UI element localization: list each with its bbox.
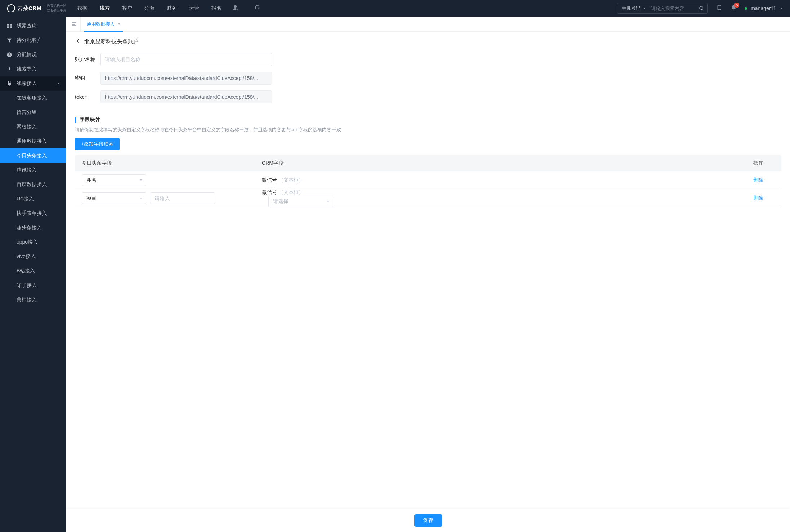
sidebar-sub-快手表单接入[interactable]: 快手表单接入 <box>0 206 66 221</box>
back-button[interactable] <box>75 38 81 45</box>
section-accent <box>75 117 76 123</box>
sidebar-sub-UC接入[interactable]: UC接入 <box>0 192 66 206</box>
mobile-icon[interactable] <box>716 5 723 12</box>
top-header: 云朵CRM 教育机构一站 式服务云平台 数据线索客户公海财务运营报名 手机号码 … <box>0 0 790 17</box>
side-nav: 线索查询待分配客户分配情况线索导入线索接入在线客服接入留言分组网校接入通用数据接… <box>0 17 66 532</box>
sidebar-sub-百度数据接入[interactable]: 百度数据接入 <box>0 177 66 192</box>
toutiao-field-select[interactable]: 项目 <box>82 192 146 204</box>
secret-label: 密钥 <box>75 75 100 81</box>
user-menu[interactable]: manager11 <box>745 5 783 11</box>
delete-row-link[interactable]: 删除 <box>753 195 763 201</box>
sidebar-sub-oppo接入[interactable]: oppo接入 <box>0 235 66 249</box>
delete-row-link[interactable]: 删除 <box>753 177 763 183</box>
sidebar-group-线索接入[interactable]: 线索接入 <box>0 76 66 91</box>
user-add-icon[interactable] <box>232 5 238 12</box>
tab-通用数据接入[interactable]: 通用数据接入× <box>81 17 126 32</box>
crm-field-select[interactable]: 请选择 <box>268 196 333 207</box>
col-actions: 操作 <box>753 160 775 167</box>
sidebar-sub-美柚接入[interactable]: 美柚接入 <box>0 293 66 307</box>
status-dot-icon <box>745 7 747 10</box>
nav-客户[interactable]: 客户 <box>122 5 132 12</box>
save-button[interactable]: 保存 <box>414 514 442 527</box>
brand-name: 云朵CRM <box>17 5 41 11</box>
brand-logo: 云朵CRM 教育机构一站 式服务云平台 <box>7 4 66 13</box>
search-button[interactable] <box>696 6 707 11</box>
sidebar-sub-趣头条接入[interactable]: 趣头条接入 <box>0 221 66 235</box>
sidebar-sub-网校接入[interactable]: 网校接入 <box>0 120 66 134</box>
sidebar-sub-知乎接入[interactable]: 知乎接入 <box>0 278 66 293</box>
sidebar-线索导入[interactable]: 线索导入 <box>0 62 66 76</box>
col-toutiao-field: 今日头条字段 <box>82 160 262 167</box>
mapping-section-title: 字段映射 <box>80 116 100 123</box>
nav-公海[interactable]: 公海 <box>144 5 154 12</box>
export-icon <box>6 66 12 72</box>
nav-线索[interactable]: 线索 <box>100 5 110 12</box>
user-name: manager11 <box>751 5 776 11</box>
sidebar-sub-今日头条接入[interactable]: 今日头条接入 <box>0 148 66 163</box>
sidebar-sub-vivo接入[interactable]: vivo接入 <box>0 249 66 264</box>
crm-field-label: 微信号 <box>262 189 277 195</box>
page-title: 北京昱新科技头条账户 <box>84 38 139 45</box>
mapping-row: 项目微信号（文本框） 请选择删除 <box>75 189 781 207</box>
token-label: token <box>75 94 100 100</box>
mapping-row: 姓名微信号（文本框）删除 <box>75 171 781 189</box>
sidebar-分配情况[interactable]: 分配情况 <box>0 48 66 62</box>
mapping-description: 请确保您在此填写的头条自定义字段名称与在今日头条平台中自定义的字段名称一致，并且… <box>66 125 790 138</box>
sidebar-sub-通用数据接入[interactable]: 通用数据接入 <box>0 134 66 148</box>
notification-badge: 5 <box>734 3 739 8</box>
bell-icon[interactable]: 5 <box>730 5 737 12</box>
nav-报名[interactable]: 报名 <box>211 5 221 12</box>
search-input[interactable] <box>649 6 696 11</box>
crm-field-hint: （文本框） <box>278 177 304 183</box>
filter-icon <box>6 37 12 43</box>
sidebar-toggle[interactable] <box>68 17 81 32</box>
primary-nav: 数据线索客户公海财务运营报名 <box>77 5 221 12</box>
nav-运营[interactable]: 运营 <box>189 5 199 12</box>
sidebar-sub-在线客服接入[interactable]: 在线客服接入 <box>0 91 66 105</box>
token-input[interactable] <box>100 90 272 103</box>
col-crm-field: CRM字段 <box>262 160 753 167</box>
sidebar-sub-腾讯接入[interactable]: 腾讯接入 <box>0 163 66 177</box>
mapping-table: 今日头条字段 CRM字段 操作 姓名微信号（文本框）删除项目微信号（文本框） 请… <box>75 155 781 207</box>
search-mode-select[interactable]: 手机号码 <box>617 5 649 12</box>
account-name-input[interactable] <box>100 53 272 66</box>
brand-tagline: 教育机构一站 式服务云平台 <box>44 4 66 13</box>
global-search: 手机号码 <box>617 3 708 14</box>
sidebar-sub-留言分组[interactable]: 留言分组 <box>0 105 66 120</box>
cloud-icon <box>7 4 15 12</box>
sidebar-线索查询[interactable]: 线索查询 <box>0 19 66 33</box>
crm-field-hint: （文本框） <box>278 189 304 195</box>
tab-bar: 通用数据接入× <box>66 17 790 32</box>
toutiao-field-select[interactable]: 姓名 <box>82 174 146 186</box>
plug-icon <box>6 81 12 87</box>
toutiao-value-input[interactable] <box>150 192 215 204</box>
tab-close-icon[interactable]: × <box>118 22 120 27</box>
add-mapping-button[interactable]: +添加字段映射 <box>75 138 120 150</box>
sidebar-sub-B站接入[interactable]: B站接入 <box>0 264 66 278</box>
page-content: 北京昱新科技头条账户 账户名称 密钥 token 字段映射 请确保您在此填写的头… <box>66 32 790 532</box>
footer-action-bar: 保存 <box>66 509 790 532</box>
clock-icon <box>6 52 12 58</box>
main-area: 通用数据接入× 北京昱新科技头条账户 账户名称 密钥 token 字段映射 <box>66 17 790 532</box>
account-name-label: 账户名称 <box>75 56 100 63</box>
nav-财务[interactable]: 财务 <box>167 5 177 12</box>
secret-input[interactable] <box>100 72 272 85</box>
grid-icon <box>6 23 12 29</box>
sidebar-待分配客户[interactable]: 待分配客户 <box>0 33 66 48</box>
nav-数据[interactable]: 数据 <box>77 5 87 12</box>
crm-field-label: 微信号 <box>262 177 277 183</box>
headset-icon[interactable] <box>254 5 260 12</box>
